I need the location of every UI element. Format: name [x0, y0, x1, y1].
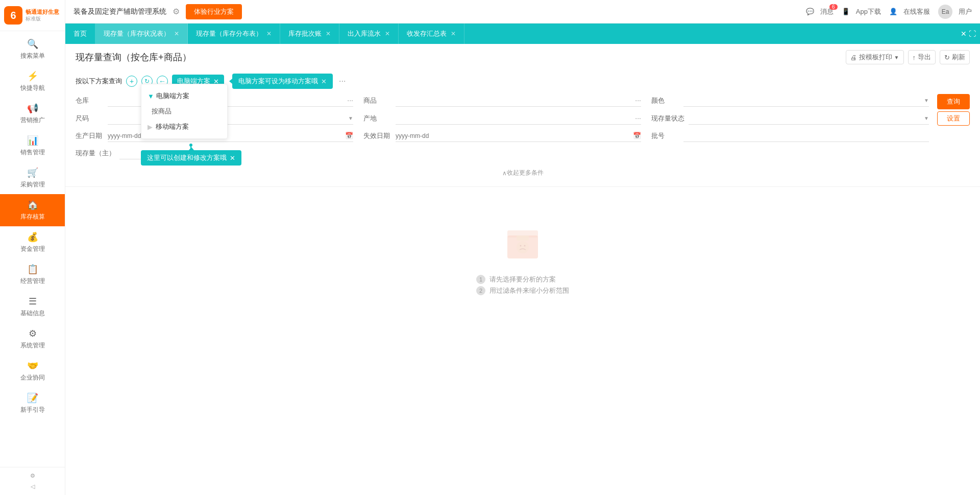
product-dots[interactable]: ···	[635, 96, 641, 104]
refresh-btn[interactable]: ↻ 刷新	[940, 50, 970, 64]
print-label: 按模板打印	[859, 53, 892, 62]
tab-flow[interactable]: 出入库流水 ✕	[339, 23, 399, 44]
batch-label: 批号	[651, 131, 679, 140]
color-arrow[interactable]: ▼	[924, 98, 929, 103]
sidebar-item-collab[interactable]: 🤝 企业协同	[0, 355, 65, 387]
app-download-label: App下载	[856, 7, 881, 16]
expiry-date-field[interactable]	[396, 132, 631, 139]
sidebar-item-guide[interactable]: 📝 新手引导	[0, 387, 65, 419]
sidebar-item-label: 经营管理	[20, 277, 45, 286]
user-area[interactable]: Ea 用户	[938, 5, 972, 19]
sidebar-item-finance[interactable]: 💰 资金管理	[0, 226, 65, 258]
collab-icon: 🤝	[27, 360, 38, 371]
export-label: 导出	[918, 53, 931, 62]
collapse-label: 收起更多条件	[507, 169, 544, 177]
tab-close-all-icon[interactable]: ✕	[961, 30, 967, 38]
step-num-1: 1	[476, 275, 485, 284]
scheme-mobile-item[interactable]: ▶ 移动端方案	[141, 119, 227, 134]
batch-input[interactable]	[683, 130, 929, 142]
scheme-tooltip-close[interactable]: ✕	[321, 78, 327, 85]
tab-close-icon[interactable]: ✕	[266, 30, 272, 37]
tab-maximize-icon[interactable]: ⛶	[969, 30, 976, 38]
system-title: 装备及固定资产辅助管理系统	[74, 7, 166, 16]
refresh-icon: ↻	[944, 54, 950, 61]
message-btn[interactable]: 💬 6 消息	[806, 7, 834, 16]
sidebar-item-inventory[interactable]: 🏠 库存核算	[0, 194, 65, 226]
collapse-filter-btn[interactable]: ∧ 收起更多条件	[76, 164, 970, 181]
app-download-btn[interactable]: 📱 App下载	[842, 7, 881, 16]
print-icon: 🖨	[850, 54, 857, 61]
warehouse-label: 仓库	[76, 96, 104, 105]
page-header: 现存量查询（按仓库+商品） 🖨 按模板打印 ▼ ↑ 导出 ↻ 刷新	[65, 44, 980, 68]
tab-close-icon[interactable]: ✕	[385, 30, 390, 37]
tab-batch[interactable]: 库存批次账 ✕	[280, 23, 339, 44]
collapse-icon: ◁	[31, 483, 35, 490]
sidebar-item-management[interactable]: 📋 经营管理	[0, 258, 65, 291]
empty-state: 1 请先选择要分析的方案 2 用过滤条件来缩小分析范围	[65, 187, 980, 326]
tab-close-icon[interactable]: ✕	[326, 30, 331, 37]
tab-close-icon[interactable]: ✕	[174, 30, 179, 37]
sidebar-item-quicknav[interactable]: ⚡ 快捷导航	[0, 65, 65, 98]
product-input[interactable]	[396, 97, 633, 104]
sidebar-bottom: ⚙ ◁	[0, 467, 65, 495]
export-btn[interactable]: ↑ 导出	[908, 50, 936, 64]
reset-btn[interactable]: 设置	[937, 111, 970, 126]
sidebar-item-label: 基础信息	[20, 309, 45, 318]
color-select[interactable]: ▼	[683, 95, 929, 107]
calendar2-icon[interactable]: 📅	[633, 132, 641, 139]
sidebar-item-system[interactable]: ⚙ 系统管理	[0, 323, 65, 355]
origin-dots[interactable]: ···	[635, 114, 641, 122]
export-icon: ↑	[913, 54, 916, 61]
filter-more-icon[interactable]: ···	[339, 77, 346, 86]
sidebar-item-search[interactable]: 🔍 搜索菜单	[0, 33, 65, 65]
filter-add-btn[interactable]: +	[126, 76, 137, 87]
stock-status-arrow[interactable]: ▼	[924, 115, 929, 121]
page-actions: 🖨 按模板打印 ▼ ↑ 导出 ↻ 刷新	[846, 50, 970, 64]
filter-batch: 批号	[651, 130, 929, 142]
expiry-date-input[interactable]: 📅	[396, 130, 641, 142]
collapse-bottom[interactable]: ◁	[31, 483, 35, 490]
origin-label: 产地	[363, 114, 391, 123]
sidebar-item-marketing[interactable]: 📢 营销推广	[0, 98, 65, 130]
print-btn[interactable]: 🖨 按模板打印 ▼	[846, 50, 904, 64]
scheme-panel-title: 电脑端方案	[156, 91, 189, 101]
avatar: Ea	[938, 5, 952, 19]
calendar-icon[interactable]: 📅	[345, 132, 353, 139]
stock-status-input[interactable]	[689, 114, 924, 122]
trial-btn[interactable]: 体验行业方案	[186, 4, 242, 19]
connector-dot	[189, 144, 192, 147]
tab-inventory-dist[interactable]: 现存量（库存分布表） ✕	[188, 23, 280, 44]
purchase-icon: 🛒	[27, 167, 38, 178]
online-service-btn[interactable]: 👤 在线客服	[889, 7, 930, 16]
tab-summary[interactable]: 收发存汇总表 ✕	[399, 23, 464, 44]
stock-main-label: 现存量（主）	[76, 149, 115, 158]
tab-inventory-status[interactable]: 现存量（库存状况表） ✕	[95, 23, 188, 44]
sidebar-item-purchase[interactable]: 🛒 采购管理	[0, 162, 65, 194]
tab-close-icon[interactable]: ✕	[451, 30, 456, 37]
settings-gear-icon[interactable]: ⚙	[173, 7, 180, 16]
size-arrow[interactable]: ▼	[348, 115, 353, 121]
scheme-sub-item[interactable]: 按商品	[141, 104, 227, 119]
filter-color: 颜色 ▼	[651, 94, 929, 107]
warehouse-dots[interactable]: ···	[347, 96, 353, 104]
prod-date-label: 生产日期	[76, 131, 104, 140]
color-input[interactable]	[683, 97, 924, 104]
sidebar-item-sales[interactable]: 📊 销售管理	[0, 130, 65, 162]
settings-bottom[interactable]: ⚙	[30, 473, 35, 479]
logo-area: 6 畅通道好生意 标准版	[0, 0, 65, 31]
management-icon: 📋	[27, 264, 38, 275]
svg-rect-2	[517, 235, 529, 241]
origin-input[interactable]	[396, 114, 633, 122]
query-btn[interactable]: 查询	[937, 94, 970, 109]
stock-status-select[interactable]: ▼	[689, 112, 929, 125]
edit-tooltip-close[interactable]: ✕	[230, 154, 235, 162]
edit-tooltip-text: 这里可以创建和修改方案哦	[147, 153, 227, 162]
svg-point-4	[520, 245, 522, 247]
origin-select[interactable]: ···	[396, 112, 641, 125]
phone-icon: 📱	[842, 8, 850, 15]
sidebar-item-label: 系统管理	[20, 341, 45, 350]
tab-home[interactable]: 首页	[65, 23, 95, 44]
product-select[interactable]: ···	[396, 94, 641, 107]
sidebar-item-basic[interactable]: ☰ 基础信息	[0, 291, 65, 323]
service-icon: 👤	[889, 8, 897, 15]
